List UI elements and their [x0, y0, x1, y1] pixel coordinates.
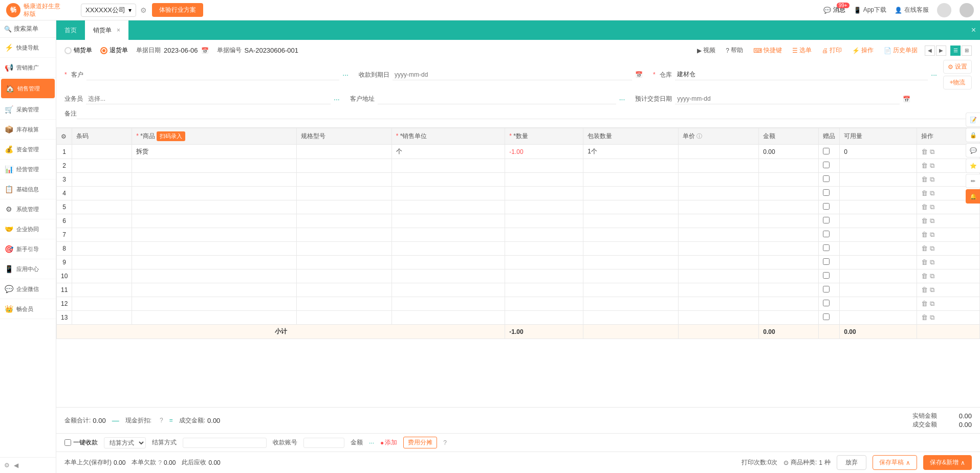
row-product[interactable]: [132, 214, 297, 228]
sidebar-item-member[interactable]: 👑 畅会员: [0, 299, 56, 319]
row-quantity[interactable]: [505, 297, 583, 311]
toolbar-shortcut-btn[interactable]: ⌨ 快捷键: [750, 45, 785, 56]
row-quantity[interactable]: [505, 242, 583, 256]
row-amount[interactable]: [759, 283, 819, 297]
row-unit[interactable]: [391, 311, 505, 325]
row-price[interactable]: [678, 200, 759, 214]
settings-icon[interactable]: ⚙: [140, 6, 147, 14]
copy-icon[interactable]: ⧉: [930, 272, 934, 280]
row-product[interactable]: [132, 200, 297, 214]
delete-icon[interactable]: 🗑: [921, 300, 928, 308]
tab-close-icon[interactable]: ×: [117, 27, 120, 34]
row-pack-qty[interactable]: [583, 311, 678, 325]
notes-input[interactable]: [77, 108, 972, 119]
row-spec[interactable]: [297, 214, 391, 228]
row-quantity[interactable]: [505, 283, 583, 297]
customer-dots-btn[interactable]: ···: [342, 71, 349, 79]
row-pack-qty[interactable]: [583, 269, 678, 283]
row-spec[interactable]: [297, 228, 391, 242]
row-price[interactable]: [678, 145, 759, 159]
payment-account-input[interactable]: [183, 438, 267, 448]
row-barcode[interactable]: [72, 159, 132, 173]
row-amount[interactable]: [759, 256, 819, 269]
sidebar-item-purchase[interactable]: 🛒 采购管理: [0, 100, 56, 120]
row-pack-qty[interactable]: [583, 228, 678, 242]
payment-dots-btn[interactable]: ···: [369, 439, 374, 446]
row-pack-qty[interactable]: [583, 200, 678, 214]
row-amount[interactable]: [759, 187, 819, 200]
delete-icon[interactable]: 🗑: [921, 189, 928, 197]
row-amount[interactable]: [759, 214, 819, 228]
float-orange-btn[interactable]: 🔔: [966, 189, 980, 204]
sidebar-item-wechat[interactable]: 💬 企业微信: [0, 279, 56, 299]
sidebar-item-base[interactable]: 📋 基础信息: [0, 179, 56, 199]
row-gift[interactable]: [819, 311, 840, 325]
row-amount[interactable]: [759, 228, 819, 242]
view-grid-btn[interactable]: ⊞: [962, 46, 972, 56]
copy-icon[interactable]: ⧉: [930, 258, 934, 266]
row-barcode[interactable]: [72, 256, 132, 269]
row-spec[interactable]: [297, 283, 391, 297]
nav-next-btn[interactable]: ▶: [936, 46, 946, 56]
row-unit[interactable]: [391, 297, 505, 311]
toolbar-actions-btn[interactable]: ⚡ 操作: [849, 45, 877, 56]
row-price[interactable]: [678, 187, 759, 200]
tab-sales-order[interactable]: 销货单 ×: [85, 20, 128, 40]
sidebar-item-sales[interactable]: 🏠 销售管理: [1, 79, 55, 99]
salesperson-dots-btn[interactable]: ···: [334, 95, 340, 103]
row-pack-qty[interactable]: 1个: [583, 145, 678, 159]
one-click-payment-checkbox[interactable]: 一键收款: [64, 438, 98, 447]
warehouse-dots-btn[interactable]: ···: [931, 71, 937, 79]
delete-icon[interactable]: 🗑: [921, 162, 928, 170]
payment-checkbox-input[interactable]: [64, 439, 71, 446]
row-gift[interactable]: [819, 214, 840, 228]
payment-method-select[interactable]: 结算方式: [104, 437, 146, 448]
calendar-icon[interactable]: 📅: [201, 47, 209, 54]
row-amount[interactable]: [759, 242, 819, 256]
row-barcode[interactable]: [72, 200, 132, 214]
row-gift[interactable]: [819, 269, 840, 283]
view-list-btn[interactable]: ☰: [950, 46, 961, 56]
row-spec[interactable]: [297, 187, 391, 200]
experience-button[interactable]: 体验行业方案: [152, 3, 203, 17]
radio-return[interactable]: 退货单: [100, 46, 128, 55]
row-barcode[interactable]: [72, 297, 132, 311]
toolbar-history-btn[interactable]: 📄 历史单据: [881, 45, 921, 56]
company-selector[interactable]: XXXXXX公司 ▾: [81, 4, 136, 17]
row-barcode[interactable]: [72, 187, 132, 200]
delete-icon[interactable]: 🗑: [921, 231, 928, 239]
row-amount[interactable]: [759, 297, 819, 311]
row-gift[interactable]: [819, 145, 840, 159]
online-support-button[interactable]: 👤 在线客服: [895, 6, 929, 14]
customer-addr-dots-btn[interactable]: ···: [619, 95, 625, 103]
row-unit[interactable]: 个: [391, 145, 505, 159]
save-new-button[interactable]: 保存&新增 ∧: [923, 455, 972, 470]
salesperson-input[interactable]: [86, 94, 331, 104]
copy-icon[interactable]: ⧉: [930, 217, 934, 225]
row-barcode[interactable]: [72, 173, 132, 187]
sidebar-item-guide[interactable]: 🎯 新手引导: [0, 239, 56, 259]
row-quantity[interactable]: [505, 228, 583, 242]
row-price[interactable]: [678, 242, 759, 256]
row-barcode[interactable]: [72, 214, 132, 228]
row-pack-qty[interactable]: [583, 187, 678, 200]
delete-icon[interactable]: 🗑: [921, 148, 928, 156]
sidebar-bottom-settings-icon[interactable]: ⚙: [4, 462, 10, 469]
row-unit[interactable]: [391, 159, 505, 173]
row-amount[interactable]: [759, 173, 819, 187]
delete-icon[interactable]: 🗑: [921, 203, 928, 211]
float-chat-btn[interactable]: 💬: [966, 143, 980, 157]
row-unit[interactable]: [391, 187, 505, 200]
delete-icon[interactable]: 🗑: [921, 286, 928, 294]
row-pack-qty[interactable]: [583, 256, 678, 269]
row-unit[interactable]: [391, 200, 505, 214]
row-gift[interactable]: [819, 173, 840, 187]
message-button[interactable]: 💬 消息 99+: [823, 6, 845, 14]
add-payment-button[interactable]: ● 添加: [380, 438, 397, 447]
row-spec[interactable]: [297, 297, 391, 311]
row-spec[interactable]: [297, 256, 391, 269]
row-price[interactable]: [678, 159, 759, 173]
copy-icon[interactable]: ⧉: [930, 203, 934, 211]
discard-button[interactable]: 放弃: [837, 455, 866, 470]
row-amount[interactable]: [759, 159, 819, 173]
